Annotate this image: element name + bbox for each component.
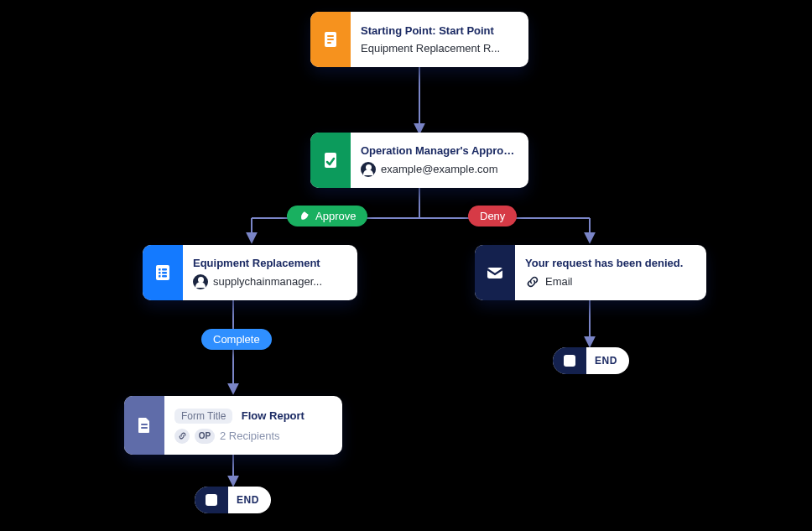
node-end-right[interactable]: END bbox=[553, 347, 629, 374]
link-icon bbox=[525, 274, 540, 289]
person-icon bbox=[193, 274, 208, 289]
person-icon bbox=[361, 162, 376, 177]
op-badge: OP bbox=[195, 429, 215, 444]
svg-rect-15 bbox=[159, 268, 161, 271]
branch-complete[interactable]: Complete bbox=[201, 329, 272, 350]
branch-approve-label: Approve bbox=[315, 210, 356, 222]
svg-rect-13 bbox=[325, 153, 336, 168]
report-icon bbox=[134, 415, 154, 435]
node-approval-title: Operation Manager's Approval bbox=[361, 144, 517, 157]
node-denied-channel-row: Email bbox=[525, 274, 683, 289]
end-label: END bbox=[237, 494, 259, 506]
branch-deny-label: Deny bbox=[480, 210, 505, 222]
node-report-recipients: 2 Recipients bbox=[220, 429, 280, 442]
end-icon-cap bbox=[553, 347, 586, 374]
svg-rect-19 bbox=[159, 275, 161, 278]
node-start-point[interactable]: Starting Point: Start Point Equipment Re… bbox=[310, 12, 528, 67]
envelope-icon bbox=[485, 263, 505, 283]
node-approval-icon-strip bbox=[310, 133, 351, 188]
node-report-title: Flow Report bbox=[242, 409, 304, 422]
node-approval[interactable]: Operation Manager's Approval example@exa… bbox=[310, 133, 528, 188]
node-flow-report[interactable]: Form Title Flow Report OP 2 Recipients bbox=[124, 396, 342, 455]
node-approval-email: example@example.com bbox=[381, 163, 498, 175]
svg-rect-17 bbox=[159, 272, 161, 274]
end-icon-cap bbox=[195, 487, 228, 513]
node-end-left[interactable]: END bbox=[195, 487, 271, 513]
node-start-icon-strip bbox=[310, 12, 351, 67]
node-report-icon-strip bbox=[124, 396, 164, 455]
node-approval-assignee: example@example.com bbox=[361, 162, 517, 177]
document-icon bbox=[320, 29, 341, 49]
branch-complete-label: Complete bbox=[213, 333, 260, 346]
approval-stamp-icon bbox=[320, 150, 341, 170]
svg-rect-21 bbox=[487, 268, 502, 279]
svg-rect-12 bbox=[327, 42, 331, 44]
stop-icon bbox=[206, 494, 217, 506]
node-start-title: Starting Point: Start Point bbox=[361, 24, 500, 37]
node-denied-icon-strip bbox=[475, 245, 515, 300]
list-icon bbox=[153, 263, 173, 283]
svg-rect-11 bbox=[327, 39, 334, 40]
svg-rect-22 bbox=[141, 424, 148, 425]
branch-deny[interactable]: Deny bbox=[468, 206, 517, 226]
svg-rect-10 bbox=[327, 35, 334, 37]
node-start-subtitle: Equipment Replacement R... bbox=[361, 42, 500, 55]
leaf-icon bbox=[299, 211, 310, 222]
node-replacement-user: supplychainmanager... bbox=[213, 275, 322, 288]
node-denied-channel: Email bbox=[545, 275, 573, 288]
svg-rect-18 bbox=[162, 272, 167, 274]
form-title-chip: Form Title bbox=[174, 409, 232, 424]
node-report-title-row: Form Title Flow Report bbox=[174, 408, 304, 424]
svg-rect-16 bbox=[162, 268, 167, 271]
branch-approve[interactable]: Approve bbox=[287, 206, 367, 226]
node-report-recipients-row: OP 2 Recipients bbox=[174, 429, 304, 444]
end-label: END bbox=[595, 355, 617, 367]
stop-icon bbox=[564, 355, 575, 367]
node-replacement-assignee: supplychainmanager... bbox=[193, 274, 322, 289]
svg-rect-23 bbox=[141, 427, 148, 429]
node-replacement-title: Equipment Replacement bbox=[193, 257, 322, 269]
node-equipment-replacement[interactable]: Equipment Replacement supplychainmanager… bbox=[143, 245, 357, 300]
svg-rect-20 bbox=[162, 275, 167, 278]
link-badge-icon bbox=[174, 429, 190, 444]
node-denied-title: Your request has been denied. bbox=[525, 257, 683, 269]
node-replacement-icon-strip bbox=[143, 245, 183, 300]
node-request-denied[interactable]: Your request has been denied. Email bbox=[475, 245, 706, 300]
